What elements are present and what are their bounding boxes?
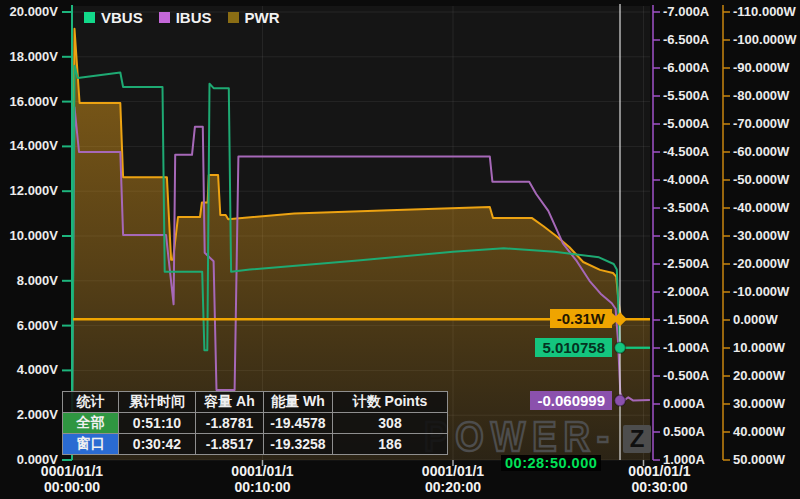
current-tick-label: -1.000A <box>663 340 709 356</box>
current-tick-label: -2.000A <box>663 284 709 300</box>
power-tick-label: -60.000W <box>733 144 789 160</box>
row-label-window: 窗口 <box>63 434 119 455</box>
statistics-table: 统计 累计时间 容量 Ah 能量 Wh 计数 Points 全部 0:51:10… <box>62 391 448 455</box>
tick-date: 0001/01/1 <box>595 463 725 479</box>
current-tick-label: -3.500A <box>663 200 709 216</box>
current-tick-label: -6.500A <box>663 32 709 48</box>
table-row-all: 全部 0:51:10 -1.8781 -19.4578 308 <box>63 413 448 434</box>
time-tick-label: 0001/01/100:20:00 <box>388 463 518 495</box>
current-tick-label: -1.500A <box>663 312 709 328</box>
col-energy: 能量 Wh <box>264 392 333 413</box>
current-tick-label: 0.000A <box>663 396 705 412</box>
power-tick-label: -110.000W <box>733 4 796 20</box>
power-tick-label: -50.000W <box>733 172 789 188</box>
legend-label: IBUS <box>176 9 212 26</box>
power-tick-label: -10.000W <box>733 284 789 300</box>
watermark-z-letter: Z <box>630 425 645 452</box>
powerz-chart-screen: POWER-Z VBUSIBUSPWR 20.000V18.000V16.000… <box>0 0 800 499</box>
power-tick-label: -100.000W <box>733 32 797 48</box>
current-tick-label: -2.500A <box>663 256 709 272</box>
power-tick-label: -70.000W <box>733 116 789 132</box>
ibus-swatch-icon <box>159 12 170 23</box>
voltage-tick-label: 4.000V <box>0 362 58 378</box>
current-tick-label: -7.000A <box>663 4 709 20</box>
time-tick-label: 0001/01/100:10:00 <box>198 463 328 495</box>
vbus-swatch-icon <box>84 12 95 23</box>
current-tick-label: -4.500A <box>663 144 709 160</box>
power-tick-label: 30.000W <box>733 396 785 412</box>
cursor-value-vbus: 5.010758 <box>535 338 612 357</box>
current-tick-label: -4.000A <box>663 172 709 188</box>
power-tick-label: -40.000W <box>733 200 789 216</box>
time-tick-label: 0001/01/100:30:00 <box>595 463 725 495</box>
all-capacity: -1.8781 <box>196 413 264 434</box>
legend-item-vbus[interactable]: VBUS <box>84 9 143 26</box>
window-points: 186 <box>333 434 448 455</box>
legend-item-pwr[interactable]: PWR <box>228 9 280 26</box>
power-tick-label: -90.000W <box>733 60 789 76</box>
voltage-tick-label: 8.000V <box>0 273 58 289</box>
power-tick-label: -30.000W <box>733 228 789 244</box>
col-points: 计数 Points <box>333 392 448 413</box>
time-tick-label: 0001/01/100:00:00 <box>7 463 137 495</box>
col-capacity: 容量 Ah <box>196 392 264 413</box>
current-tick-label: -5.500A <box>663 88 709 104</box>
current-tick-label: -0.500A <box>663 368 709 384</box>
table-row-window: 窗口 0:30:42 -1.8517 -19.3258 186 <box>63 434 448 455</box>
voltage-tick-label: 14.000V <box>0 138 58 154</box>
all-points: 308 <box>333 413 448 434</box>
legend-label: VBUS <box>101 9 143 26</box>
power-tick-label: 40.000W <box>733 424 785 440</box>
voltage-tick-label: 16.000V <box>0 94 58 110</box>
current-tick-label: -6.000A <box>663 60 709 76</box>
cursor-marker-vbus <box>615 342 626 353</box>
power-tick-label: 0.000W <box>733 312 778 328</box>
pwr-swatch-icon <box>228 12 239 23</box>
current-tick-label: -3.000A <box>663 228 709 244</box>
chart-legend: VBUSIBUSPWR <box>84 9 280 26</box>
tick-time: 00:20:00 <box>388 479 518 495</box>
table-header-row: 统计 累计时间 容量 Ah 能量 Wh 计数 Points <box>63 392 448 413</box>
power-tick-label: -20.000W <box>733 256 789 272</box>
cursor-value-ibus: -0.060999 <box>530 391 612 410</box>
legend-label: PWR <box>245 9 280 26</box>
voltage-tick-label: 18.000V <box>0 49 58 65</box>
voltage-tick-label: 12.000V <box>0 183 58 199</box>
power-tick-label: 50.000W <box>733 452 785 468</box>
row-label-all: 全部 <box>63 413 119 434</box>
current-tick-label: 0.500A <box>663 424 705 440</box>
power-tick-label: 10.000W <box>733 340 785 356</box>
cursor-value-pwr: -0.31W <box>550 309 612 328</box>
powerz-watermark-text: POWER- <box>424 413 616 460</box>
tick-date: 0001/01/1 <box>198 463 328 479</box>
legend-item-ibus[interactable]: IBUS <box>159 9 212 26</box>
tick-time: 00:00:00 <box>7 479 137 495</box>
voltage-tick-label: 20.000V <box>0 4 58 20</box>
col-stat: 统计 <box>63 392 119 413</box>
all-time: 0:51:10 <box>119 413 196 434</box>
voltage-tick-label: 6.000V <box>0 318 58 334</box>
all-energy: -19.4578 <box>264 413 333 434</box>
window-time: 0:30:42 <box>119 434 196 455</box>
window-energy: -19.3258 <box>264 434 333 455</box>
current-tick-label: -5.000A <box>663 116 709 132</box>
cursor-marker-ibus <box>615 395 626 406</box>
power-tick-label: 20.000W <box>733 368 785 384</box>
tick-date: 0001/01/1 <box>388 463 518 479</box>
tick-time: 00:10:00 <box>198 479 328 495</box>
tick-date: 0001/01/1 <box>7 463 137 479</box>
cursor-timestamp: 00:28:50.000 <box>501 455 601 471</box>
voltage-tick-label: 2.000V <box>0 407 58 423</box>
tick-time: 00:30:00 <box>595 479 725 495</box>
voltage-tick-label: 10.000V <box>0 228 58 244</box>
col-time: 累计时间 <box>119 392 196 413</box>
window-capacity: -1.8517 <box>196 434 264 455</box>
power-tick-label: -80.000W <box>733 88 789 104</box>
